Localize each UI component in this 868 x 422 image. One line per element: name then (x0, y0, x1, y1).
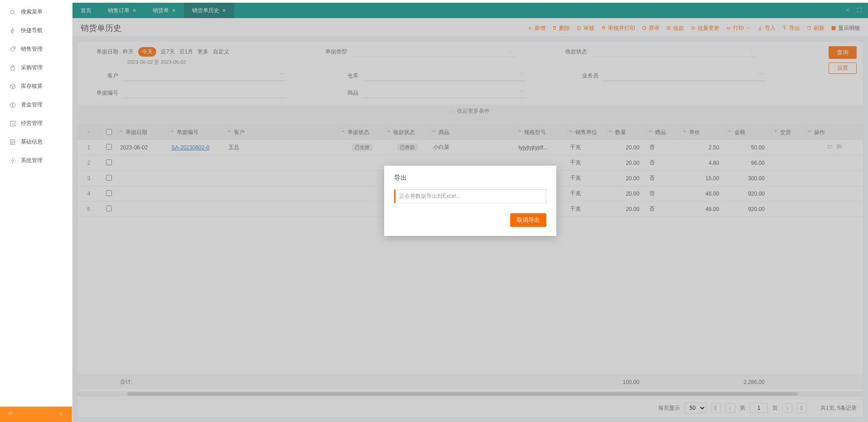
bag-icon (9, 64, 16, 72)
file-icon (9, 139, 16, 146)
search-icon (9, 9, 16, 16)
settings-icon[interactable] (7, 411, 14, 418)
sidebar-item-label: 采购管理 (21, 64, 43, 72)
sidebar-item-label: 资金管理 (21, 101, 43, 109)
sidebar-item-label: 库存核算 (21, 82, 43, 90)
cancel-export-button[interactable]: 取消导出 (510, 213, 546, 227)
coin-icon (9, 101, 16, 109)
sidebar-footer (0, 407, 72, 422)
sidebar-item-label: 经营管理 (21, 120, 43, 127)
sidebar-item-label: 基础信息 (21, 138, 43, 146)
export-modal: 导出 正在将数据导出到Excel... 取消导出 (384, 166, 556, 236)
sidebar-item-4[interactable]: 库存核算 (0, 77, 72, 96)
sidebar-item-label: 销售管理 (21, 45, 43, 53)
bolt-icon (9, 27, 16, 34)
modal-title: 导出 (394, 174, 546, 182)
sidebar-item-1[interactable]: 快捷导航 (0, 21, 72, 40)
sidebar-item-5[interactable]: 资金管理 (0, 96, 72, 114)
content: 首页销售订单✕销货单✕销货单历史✕ 销货单历史 新增 删除 审核 审核并打印 弃… (72, 3, 868, 422)
sidebar-item-7[interactable]: 基础信息 (0, 133, 72, 151)
sidebar-item-3[interactable]: 采购管理 (0, 58, 72, 77)
box-icon (9, 83, 16, 90)
svg-point-1 (14, 48, 14, 48)
sidebar-item-0[interactable]: 搜索菜单 (0, 3, 72, 21)
tag-icon (9, 46, 16, 53)
chart-icon (9, 120, 16, 127)
sidebar-item-8[interactable]: 系统管理 (0, 151, 72, 170)
collapse-sidebar-icon[interactable] (58, 411, 65, 418)
svg-point-0 (10, 10, 14, 14)
sidebar: 搜索菜单快捷导航销售管理采购管理库存核算资金管理经营管理基础信息系统管理 (0, 3, 72, 422)
gear-icon (9, 157, 16, 164)
modal-body: 正在将数据导出到Excel... (394, 189, 546, 203)
modal-overlay: 导出 正在将数据导出到Excel... 取消导出 (72, 3, 868, 422)
svg-point-5 (12, 160, 14, 162)
sidebar-item-6[interactable]: 经营管理 (0, 114, 72, 133)
sidebar-item-label: 系统管理 (21, 157, 43, 164)
sidebar-item-label: 搜索菜单 (21, 8, 43, 16)
svg-point-6 (10, 413, 11, 415)
sidebar-item-label: 快捷导航 (21, 27, 43, 34)
sidebar-item-2[interactable]: 销售管理 (0, 40, 72, 58)
